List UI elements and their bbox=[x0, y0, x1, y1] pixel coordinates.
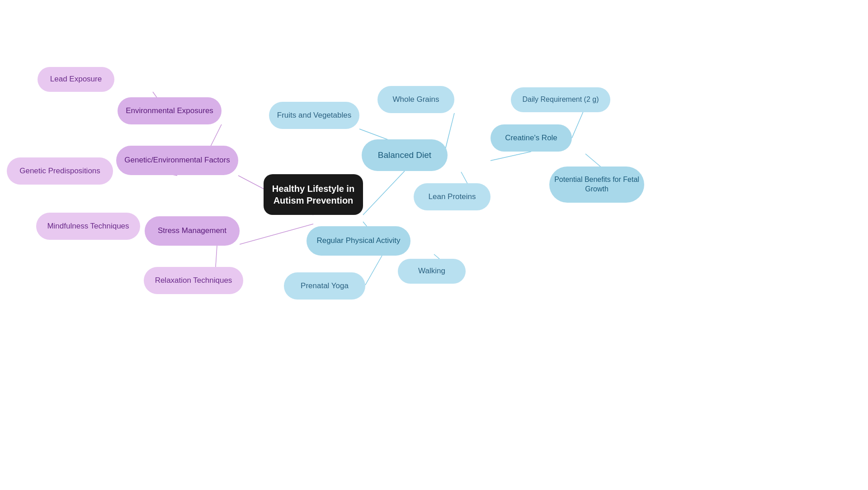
daily-requirement-node[interactable]: Daily Requirement (2 g) bbox=[511, 87, 610, 112]
center-node[interactable]: Healthy Lifestyle in Autism Prevention bbox=[264, 174, 363, 215]
svg-line-4 bbox=[491, 152, 531, 161]
walking-node[interactable]: Walking bbox=[398, 259, 466, 284]
svg-line-5 bbox=[572, 112, 583, 138]
lead-exposure-node[interactable]: Lead Exposure bbox=[38, 67, 114, 92]
svg-line-8 bbox=[365, 256, 382, 285]
svg-line-0 bbox=[363, 171, 405, 215]
genetic-env-factors-node[interactable]: Genetic/Environmental Factors bbox=[116, 146, 238, 175]
balanced-diet-node[interactable]: Balanced Diet bbox=[362, 139, 448, 171]
relaxation-node[interactable]: Relaxation Techniques bbox=[144, 267, 243, 294]
stress-mgmt-node[interactable]: Stress Management bbox=[145, 216, 240, 246]
physical-activity-node[interactable]: Regular Physical Activity bbox=[307, 226, 410, 256]
whole-grains-node[interactable]: Whole Grains bbox=[377, 86, 454, 113]
prenatal-yoga-node[interactable]: Prenatal Yoga bbox=[284, 272, 365, 300]
svg-line-14 bbox=[240, 224, 313, 244]
mindfulness-node[interactable]: Mindfulness Techniques bbox=[36, 213, 140, 240]
env-exposures-node[interactable]: Environmental Exposures bbox=[118, 97, 222, 124]
fruits-veg-node[interactable]: Fruits and Vegetables bbox=[269, 102, 359, 129]
creatines-role-node[interactable]: Creatine's Role bbox=[491, 124, 572, 152]
lean-proteins-node[interactable]: Lean Proteins bbox=[414, 183, 491, 210]
svg-line-2 bbox=[445, 113, 454, 149]
potential-benefits-node[interactable]: Potential Benefits for Fetal Growth bbox=[549, 167, 644, 203]
genetic-predispositions-node[interactable]: Genetic Predispositions bbox=[7, 157, 113, 185]
